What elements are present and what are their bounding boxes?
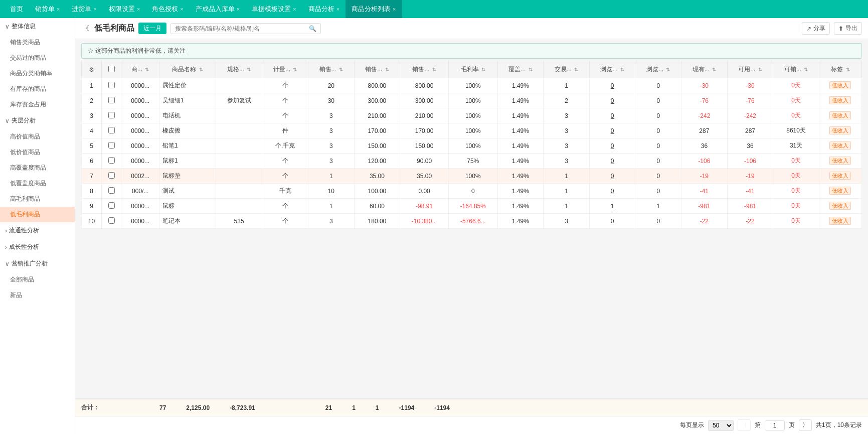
- sidebar-item-low-value[interactable]: 低价值商品: [0, 144, 75, 160]
- cell-checkbox[interactable]: [102, 199, 121, 214]
- row-checkbox[interactable]: [108, 172, 115, 179]
- cell-checkbox[interactable]: [102, 154, 121, 169]
- cell-view1[interactable]: 1: [589, 199, 635, 214]
- th-name[interactable]: 商品名称 ⇅: [159, 61, 216, 78]
- th-sales-qty[interactable]: 销售... ⇅: [308, 61, 355, 78]
- nav-purchase[interactable]: 进货单 ×: [66, 0, 102, 18]
- page-input[interactable]: [765, 420, 785, 430]
- th-coverage[interactable]: 覆盖... ⇅: [497, 61, 544, 78]
- row-checkbox[interactable]: [108, 112, 115, 118]
- th-view2[interactable]: 浏览... ⇅: [635, 61, 681, 78]
- th-saleable[interactable]: 可销... ⇅: [773, 61, 819, 78]
- nav-product-analysis-list-close[interactable]: ×: [393, 6, 396, 12]
- cell-checkbox[interactable]: [102, 138, 121, 154]
- sidebar-item-new-products[interactable]: 新品: [0, 287, 75, 303]
- cell-gross-margin: 100%: [448, 108, 497, 123]
- row-checkbox[interactable]: [108, 82, 115, 88]
- sidebar-group-marketing[interactable]: ∨ 营销推广分析: [0, 255, 75, 272]
- sidebar-item-high-coverage[interactable]: 高覆盖度商品: [0, 160, 75, 176]
- nav-product-analysis[interactable]: 商品分析 ×: [302, 0, 345, 18]
- sidebar-item-category-sales-rate[interactable]: 商品分类助销率: [0, 66, 75, 81]
- cell-checkbox[interactable]: [102, 184, 121, 199]
- th-unit[interactable]: 计量... ⇅: [262, 61, 308, 78]
- sidebar-item-sales-products[interactable]: 销售类商品: [0, 35, 75, 50]
- next-page-btn[interactable]: 〉: [799, 419, 812, 431]
- cell-view1[interactable]: 0: [589, 154, 635, 169]
- cell-view1[interactable]: 0: [589, 78, 635, 93]
- th-spec[interactable]: 规格... ⇅: [216, 61, 262, 78]
- cell-view1[interactable]: 0: [589, 169, 635, 184]
- nav-sales[interactable]: 销货单 ×: [29, 0, 66, 18]
- cell-checkbox[interactable]: [102, 78, 121, 93]
- th-gross-margin[interactable]: 毛利率 ⇅: [448, 61, 497, 78]
- sidebar-collapse-btn[interactable]: 《: [81, 23, 90, 34]
- cell-checkbox[interactable]: [102, 123, 121, 138]
- cell-checkbox[interactable]: [102, 93, 121, 108]
- cell-view1[interactable]: 0: [589, 214, 635, 229]
- sidebar-group-liquidity[interactable]: › 流通性分析: [0, 222, 75, 239]
- cell-view1[interactable]: 0: [589, 138, 635, 154]
- th-available[interactable]: 可用... ⇅: [727, 61, 773, 78]
- sidebar-item-traded-products[interactable]: 交易过的商品: [0, 50, 75, 66]
- th-checkbox[interactable]: [102, 61, 121, 78]
- th-current-stock[interactable]: 现有... ⇅: [681, 61, 728, 78]
- cell-view1[interactable]: 0: [589, 123, 635, 138]
- sidebar-group-sandwich[interactable]: ∨ 夹层分析: [0, 112, 75, 129]
- sidebar-item-stock-products[interactable]: 有库存的商品: [0, 81, 75, 97]
- cell-checkbox[interactable]: [102, 108, 121, 123]
- select-all-checkbox[interactable]: [108, 66, 115, 72]
- nav-product-storage-close[interactable]: ×: [237, 6, 240, 12]
- nav-sales-close[interactable]: ×: [57, 6, 60, 12]
- sidebar-item-high-margin[interactable]: 高毛利商品: [0, 191, 75, 207]
- sidebar-item-low-coverage[interactable]: 低覆盖度商品: [0, 176, 75, 191]
- nav-product-storage[interactable]: 产成品入库单 ×: [190, 0, 246, 18]
- nav-template-close[interactable]: ×: [293, 6, 296, 12]
- nav-role-close[interactable]: ×: [180, 6, 183, 12]
- nav-role[interactable]: 角色授权 ×: [146, 0, 189, 18]
- search-icon[interactable]: 🔍: [309, 25, 316, 32]
- cell-current-stock: -41: [681, 184, 728, 199]
- export-btn[interactable]: ⬆ 导出: [834, 22, 862, 35]
- th-settings[interactable]: ⚙: [82, 61, 102, 78]
- cell-view1[interactable]: 0: [589, 108, 635, 123]
- th-view1[interactable]: 浏览... ⇅: [589, 61, 635, 78]
- cell-checkbox[interactable]: [102, 169, 121, 184]
- sidebar-item-stock-funds[interactable]: 库存资金占用: [0, 97, 75, 112]
- row-checkbox[interactable]: [108, 187, 115, 194]
- search-input[interactable]: [175, 25, 309, 32]
- sidebar-group-overall[interactable]: ∨ 整体信息: [0, 18, 75, 35]
- nav-product-analysis-close[interactable]: ×: [336, 6, 339, 12]
- row-checkbox[interactable]: [108, 217, 115, 224]
- row-checkbox[interactable]: [108, 142, 115, 149]
- nav-home[interactable]: 首页: [4, 0, 29, 18]
- th-code[interactable]: 商... ⇅: [121, 61, 159, 78]
- nav-template[interactable]: 单据模板设置 ×: [246, 0, 302, 18]
- sidebar-item-all-products[interactable]: 全部商品: [0, 272, 75, 287]
- cell-view1[interactable]: 0: [589, 184, 635, 199]
- nav-permission[interactable]: 权限设置 ×: [103, 0, 146, 18]
- th-trade[interactable]: 交易... ⇅: [544, 61, 590, 78]
- nav-permission-close[interactable]: ×: [137, 6, 140, 12]
- th-sales-price[interactable]: 销售... ⇅: [354, 61, 400, 78]
- row-checkbox[interactable]: [108, 127, 115, 133]
- row-checkbox[interactable]: [108, 202, 115, 209]
- sidebar-item-high-value[interactable]: 高价值商品: [0, 129, 75, 144]
- cell-view1[interactable]: 0: [589, 93, 635, 108]
- nav-product-analysis-list[interactable]: 商品分析列表 ×: [345, 0, 402, 18]
- filter-recent-month-btn[interactable]: 近一月: [138, 23, 166, 34]
- nav-purchase-close[interactable]: ×: [93, 6, 96, 12]
- cell-sales-qty: 1: [308, 169, 355, 184]
- sidebar-item-low-margin[interactable]: 低毛利商品: [0, 207, 75, 222]
- share-btn[interactable]: ↗ 分享: [802, 22, 830, 35]
- table-header-row: ⚙ 商... ⇅ 商品名称 ⇅ 规格... ⇅ 计量... ⇅ 销售... ⇅ …: [82, 61, 862, 78]
- prev-page-btn[interactable]: 〈: [738, 419, 751, 431]
- row-checkbox[interactable]: [108, 157, 115, 164]
- sidebar-group-growth[interactable]: › 成长性分析: [0, 239, 75, 255]
- cell-checkbox[interactable]: [102, 214, 121, 229]
- row-checkbox[interactable]: [108, 97, 115, 103]
- th-sales-amount[interactable]: 销售... ⇅: [400, 61, 449, 78]
- th-tag[interactable]: 标签 ⇅: [819, 61, 861, 78]
- info-bar: ☆ 这部分商品的利润非常低，请关注: [81, 43, 862, 59]
- footer-saleable: -1194: [434, 404, 450, 411]
- per-page-select[interactable]: 50 100 200: [708, 420, 734, 431]
